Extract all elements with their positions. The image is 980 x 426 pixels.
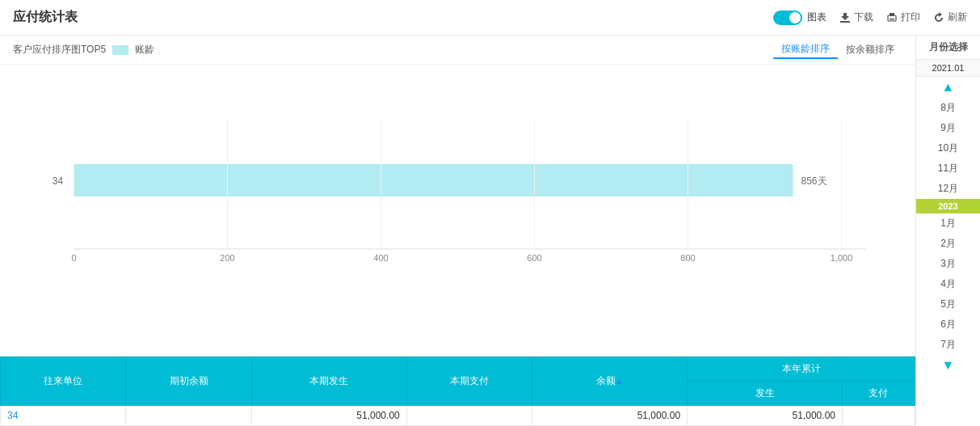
td-ytd-pay xyxy=(842,406,915,426)
svg-text:800: 800 xyxy=(680,253,695,263)
month-6[interactable]: 6月 xyxy=(916,314,980,335)
svg-text:200: 200 xyxy=(220,253,234,263)
chart-label: 图表 xyxy=(807,11,826,24)
data-table: 往来单位 期初余额 本期发生 本期支付 余额▲ 本年累计 发生 支付 xyxy=(0,356,915,426)
svg-text:400: 400 xyxy=(373,253,388,263)
sidebar-year-input[interactable]: 2021.01 xyxy=(916,60,980,77)
month-8[interactable]: 8月 xyxy=(916,98,980,118)
svg-text:1,000: 1,000 xyxy=(831,253,853,263)
print-button[interactable]: 打印 xyxy=(886,11,920,24)
svg-rect-2 xyxy=(890,13,894,16)
month-2[interactable]: 2月 xyxy=(916,234,980,254)
page-title: 应付统计表 xyxy=(13,9,78,26)
table-row: 34 51,000.00 51,000.00 51,000.00 xyxy=(1,406,915,426)
sort-by-balance-button[interactable]: 按账龄排序 xyxy=(773,40,838,59)
month-1[interactable]: 1月 xyxy=(916,213,980,234)
chart-area: 34 856天 0 200 400 600 800 1,000 xyxy=(0,65,915,356)
main-area: 客户应付排序图TOP5 账龄 按账龄排序 按余额排序 34 856天 xyxy=(0,36,980,426)
th-opening: 期初余额 xyxy=(126,357,251,406)
th-ytd-occur: 发生 xyxy=(688,382,843,406)
month-11[interactable]: 11月 xyxy=(916,158,980,179)
header: 应付统计表 图表 下载 打印 刷新 xyxy=(0,0,980,36)
refresh-icon xyxy=(933,12,944,23)
table-section: 往来单位 期初余额 本期发生 本期支付 余额▲ 本年累计 发生 支付 xyxy=(0,356,915,426)
svg-text:600: 600 xyxy=(527,253,541,263)
page-wrapper: 应付统计表 图表 下载 打印 刷新 xyxy=(0,0,980,426)
svg-rect-1 xyxy=(888,15,896,21)
month-12[interactable]: 12月 xyxy=(916,179,980,199)
svg-text:0: 0 xyxy=(71,253,76,263)
month-3[interactable]: 3月 xyxy=(916,254,980,274)
legend-text: 客户应付排序图TOP5 xyxy=(13,43,106,57)
month-5[interactable]: 5月 xyxy=(916,294,980,314)
month-9[interactable]: 9月 xyxy=(916,118,980,138)
legend-box xyxy=(112,45,128,55)
td-current-occur: 51,000.00 xyxy=(251,406,406,426)
chart-legend: 客户应付排序图TOP5 账龄 xyxy=(13,43,154,57)
bar-chart: 34 856天 0 200 400 600 800 1,000 xyxy=(13,71,902,281)
td-ytd-occur: 51,000.00 xyxy=(688,406,843,426)
svg-text:34: 34 xyxy=(53,175,64,187)
right-sidebar: 月份选择 2021.01 ▲ 8月 9月 10月 11月 12月 2023 1月… xyxy=(915,36,980,426)
sidebar-down-button[interactable]: ▼ xyxy=(916,355,980,376)
svg-text:856天: 856天 xyxy=(801,175,827,187)
sidebar-up-button[interactable]: ▲ xyxy=(916,77,980,98)
td-opening xyxy=(126,406,251,426)
month-4[interactable]: 4月 xyxy=(916,274,980,294)
header-actions: 图表 下载 打印 刷新 xyxy=(773,11,967,25)
th-ytd-group: 本年累计 xyxy=(688,357,915,382)
print-icon xyxy=(886,12,898,23)
chart-panel: 客户应付排序图TOP5 账龄 按账龄排序 按余额排序 34 856天 xyxy=(0,36,915,426)
year-marker: 2023 xyxy=(916,199,980,213)
td-current-pay xyxy=(406,406,532,426)
bar-rect xyxy=(74,164,793,196)
month-10[interactable]: 10月 xyxy=(916,138,980,158)
chart-toggle[interactable] xyxy=(773,11,802,25)
sidebar-header: 月份选择 xyxy=(916,36,980,60)
th-current-occur: 本期发生 xyxy=(251,357,406,406)
chart-toggle-wrap: 图表 xyxy=(773,11,826,25)
month-7[interactable]: 7月 xyxy=(916,335,980,355)
svg-rect-3 xyxy=(890,19,894,20)
chart-header: 客户应付排序图TOP5 账龄 按账龄排序 按余额排序 xyxy=(0,36,915,65)
th-current-pay: 本期支付 xyxy=(406,357,532,406)
legend-label: 账龄 xyxy=(135,43,154,57)
download-icon xyxy=(839,12,851,23)
th-unit: 往来单位 xyxy=(1,357,126,406)
sort-buttons: 按账龄排序 按余额排序 xyxy=(773,40,902,59)
refresh-button[interactable]: 刷新 xyxy=(933,11,967,24)
download-button[interactable]: 下载 xyxy=(839,11,873,24)
th-ytd-pay: 支付 xyxy=(842,382,915,406)
unit-link[interactable]: 34 xyxy=(7,410,18,421)
sort-by-amount-button[interactable]: 按余额排序 xyxy=(838,40,902,59)
td-unit: 34 xyxy=(1,406,126,426)
th-balance: 余额▲ xyxy=(532,357,688,406)
svg-rect-0 xyxy=(840,21,850,23)
td-balance: 51,000.00 xyxy=(532,406,688,426)
